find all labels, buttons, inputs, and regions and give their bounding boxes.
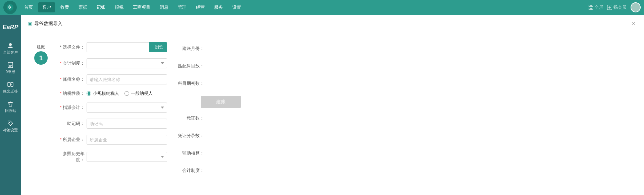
accounting-system-label: 会计制度： bbox=[54, 60, 85, 66]
company-label: 所属企业： bbox=[54, 137, 85, 143]
sidebar-item-zero-report[interactable]: 0申报 bbox=[0, 59, 21, 77]
accountant-label: 指派会计： bbox=[54, 105, 85, 111]
member-label: 畅会员 bbox=[613, 4, 627, 10]
svg-point-18 bbox=[9, 122, 10, 123]
sidebar-item-migrate[interactable]: 账套迁移 bbox=[0, 78, 21, 96]
tax-small-radio[interactable] bbox=[87, 91, 91, 96]
nav-item-home[interactable]: 首页 bbox=[20, 2, 37, 12]
svg-rect-13 bbox=[8, 82, 10, 86]
sidebar-item-all-clients[interactable]: 全部客户 bbox=[0, 40, 21, 58]
initial-row: 科目期初数： bbox=[174, 78, 268, 88]
voucher-label: 凭证数： bbox=[174, 115, 204, 121]
sidebar-item-tag-settings-label: 标签设置 bbox=[3, 128, 18, 133]
fullscreen-button[interactable]: 全屏 bbox=[589, 4, 603, 10]
accounting-label: 会计制度： bbox=[174, 168, 204, 174]
file-label: * 选择文件： bbox=[54, 44, 85, 50]
tax-general-text: 一般纳税人 bbox=[131, 90, 153, 96]
accounting-value bbox=[206, 166, 268, 176]
month-label: 建账月份： bbox=[174, 46, 204, 52]
memo-label: 助记码： bbox=[54, 121, 85, 127]
nav-item-manage[interactable]: 管理 bbox=[174, 2, 191, 12]
tax-type-radio-group: 小规模纳税人 一般纳税人 bbox=[87, 90, 167, 96]
close-button[interactable]: × bbox=[630, 19, 637, 28]
memo-input[interactable] bbox=[87, 119, 167, 129]
dialog-title-icon: ▣ bbox=[28, 21, 32, 27]
sidebar-item-tag-settings[interactable]: 标签设置 bbox=[0, 117, 21, 135]
svg-rect-3 bbox=[589, 8, 590, 10]
step-circle: 1 bbox=[34, 51, 48, 65]
sidebar-item-trash-label: 回收站 bbox=[5, 108, 16, 113]
main-content: ▣ 导爷数据导入 × 建账 1 * 选择文件： bbox=[21, 15, 644, 195]
company-row: 所属企业： bbox=[54, 135, 167, 145]
svg-rect-14 bbox=[11, 82, 13, 86]
svg-point-8 bbox=[9, 43, 12, 46]
accounting-row: 会计制度： bbox=[174, 166, 268, 176]
form-section: * 选择文件： +浏览 会计制度： bbox=[54, 42, 167, 169]
company-input[interactable] bbox=[87, 135, 167, 145]
sidebar-item-migrate-label: 账套迁移 bbox=[3, 89, 18, 94]
user-avatar[interactable] bbox=[631, 2, 641, 12]
dialog-header: ▣ 导爷数据导入 × bbox=[21, 15, 644, 32]
browse-button[interactable]: +浏览 bbox=[149, 42, 167, 52]
voucher-entries-value bbox=[206, 131, 268, 141]
nav-item-commerce[interactable]: 工商项目 bbox=[129, 2, 154, 12]
nav-item-fees[interactable]: 收费 bbox=[56, 2, 73, 12]
nav-item-settings[interactable]: 设置 bbox=[228, 2, 245, 12]
tax-small-label[interactable]: 小规模纳税人 bbox=[87, 90, 119, 96]
sidebar-item-zero-report-label: 0申报 bbox=[6, 69, 15, 74]
accountant-select[interactable] bbox=[87, 103, 167, 113]
svg-rect-2 bbox=[592, 5, 593, 7]
file-input[interactable] bbox=[87, 42, 149, 52]
svg-rect-4 bbox=[592, 8, 593, 10]
match-value bbox=[206, 61, 268, 71]
tax-small-text: 小规模纳税人 bbox=[93, 90, 119, 96]
dialog-body: 建账 1 * 选择文件： +浏览 会计制度： bbox=[21, 32, 644, 193]
main-layout: EaRP 全部客户 0申报 账套迁移 bbox=[0, 15, 644, 195]
month-row: 建账月份： bbox=[174, 44, 268, 54]
tax-general-label[interactable]: 一般纳税人 bbox=[125, 90, 153, 96]
file-row: * 选择文件： +浏览 bbox=[54, 42, 167, 52]
svg-rect-9 bbox=[8, 62, 13, 68]
nav-item-service[interactable]: 服务 bbox=[210, 2, 227, 12]
top-nav: 首页 客户 收费 票据 记账 报税 工商项目 消息 管理 经营 服务 设置 全屏… bbox=[0, 0, 644, 15]
app-logo[interactable] bbox=[3, 1, 17, 14]
history-year-row: 参照历史年度： bbox=[54, 151, 167, 163]
aux-value bbox=[206, 148, 268, 158]
nav-right: 全屏 畅会员 bbox=[589, 2, 641, 12]
build-button[interactable]: 建账 bbox=[201, 96, 241, 108]
ledger-name-input[interactable] bbox=[87, 74, 167, 84]
sidebar-item-trash[interactable]: 回收站 bbox=[0, 98, 21, 116]
history-year-select[interactable] bbox=[87, 152, 167, 162]
initial-value bbox=[206, 78, 268, 88]
tax-type-row: 纳税性质： 小规模纳税人 一般纳税人 bbox=[54, 90, 167, 96]
sidebar-item-all-clients-label: 全部客户 bbox=[3, 50, 18, 55]
nav-item-invoices[interactable]: 票据 bbox=[75, 2, 91, 12]
sidebar-logo: EaRP bbox=[1, 18, 20, 36]
nav-item-operations[interactable]: 经营 bbox=[192, 2, 209, 12]
accounting-system-row: 会计制度： bbox=[54, 58, 167, 68]
month-value bbox=[206, 44, 268, 54]
ledger-name-label: 账簿名称： bbox=[54, 76, 85, 82]
aux-label: 辅助核算： bbox=[174, 150, 204, 156]
dialog-title: ▣ 导爷数据导入 bbox=[28, 21, 62, 27]
ledger-name-row: 账簿名称： bbox=[54, 74, 167, 84]
tax-type-label: 纳税性质： bbox=[54, 90, 85, 96]
nav-item-tax[interactable]: 报税 bbox=[111, 2, 128, 12]
voucher-row: 凭证数： bbox=[174, 113, 268, 123]
voucher-value bbox=[206, 113, 268, 123]
member-button[interactable]: 畅会员 bbox=[607, 4, 627, 10]
svg-rect-1 bbox=[589, 5, 590, 7]
accountant-row: 指派会计： bbox=[54, 103, 167, 113]
step-label: 建账 bbox=[37, 44, 45, 50]
nav-item-bookkeeping[interactable]: 记账 bbox=[93, 2, 109, 12]
accounting-system-select[interactable] bbox=[87, 58, 167, 68]
fullscreen-label: 全屏 bbox=[595, 4, 603, 10]
history-year-label: 参照历史年度： bbox=[54, 151, 85, 163]
nav-item-message[interactable]: 消息 bbox=[156, 2, 172, 12]
file-input-group: +浏览 bbox=[87, 42, 167, 52]
nav-item-clients[interactable]: 客户 bbox=[38, 2, 55, 12]
match-row: 匹配科目数： bbox=[174, 61, 268, 71]
dialog-title-text: 导爷数据导入 bbox=[34, 21, 62, 27]
tax-general-radio[interactable] bbox=[125, 91, 129, 96]
voucher-entries-label: 凭证分录数： bbox=[174, 133, 204, 139]
